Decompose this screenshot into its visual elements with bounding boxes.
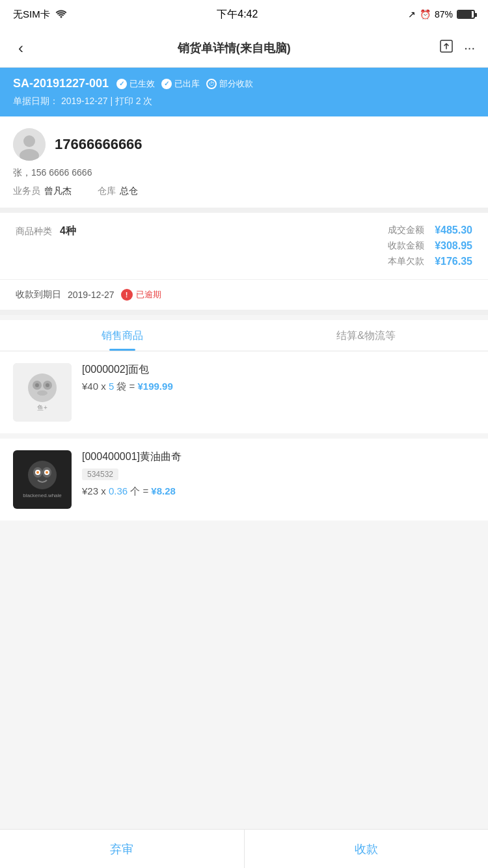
status-badges: ✓ 已生效 ✓ 已出库 ⏱ 部分收款	[116, 78, 253, 90]
warehouse-item: 仓库 总仓	[98, 185, 138, 197]
deal-amount-label: 成交金额	[388, 224, 424, 236]
header-date: 单据日期： 2019-12-27 | 打印 2 次	[13, 96, 475, 107]
confirm-button[interactable]: 收款	[245, 830, 489, 868]
svg-point-13	[28, 461, 57, 489]
product-thumbnail-2: blackened.whale	[13, 450, 72, 509]
product-info-1: [0000002]面包 ¥40 x 5 袋 = ¥199.99	[82, 363, 475, 393]
tab-products[interactable]: 销售商品	[0, 320, 244, 351]
page-title: 销货单详情(来自电脑)	[178, 40, 291, 56]
bottom-bar: 弃审 收款	[0, 829, 488, 868]
overdue-icon: !	[121, 289, 133, 301]
share-button[interactable]	[439, 39, 454, 57]
salesperson-label: 业务员	[13, 185, 40, 197]
overdue-badge: ! 已逾期	[121, 289, 161, 301]
customer-meta: 业务员 曾凡杰 仓库 总仓	[13, 185, 475, 197]
product-price-2: ¥23 x 0.36 个 = ¥8.28	[82, 485, 475, 498]
product-total-1: ¥199.99	[138, 381, 173, 392]
order-id: SA-20191227-001	[13, 77, 109, 90]
status-time: 下午4:42	[217, 8, 258, 21]
nav-bar: ‹ 销货单详情(来自电脑) ···	[0, 29, 488, 68]
product-total-2: ¥8.28	[151, 485, 176, 496]
header-top: SA-20191227-001 ✓ 已生效 ✓ 已出库 ⏱ 部分收款	[13, 77, 475, 90]
stats-right: 成交金额 ¥485.30 收款金额 ¥308.95 本单欠款 ¥176.35	[388, 224, 472, 267]
alarm-icon: ⏰	[420, 9, 431, 20]
battery-icon	[457, 10, 475, 19]
category-value: 4种	[60, 225, 76, 236]
svg-point-18	[36, 471, 39, 474]
back-button[interactable]: ‹	[13, 34, 29, 62]
product-name-1: [0000002]面包	[82, 363, 475, 377]
stats-left: 商品种类 4种	[16, 224, 76, 238]
customer-header: 17666666666	[13, 128, 475, 161]
badge-partial: ⏱ 部分收款	[206, 78, 253, 90]
warehouse-label: 仓库	[98, 185, 116, 197]
product-qty-1: 5	[109, 381, 114, 392]
overdue-text: 已逾期	[136, 289, 161, 301]
status-bar: 无SIM卡 下午4:42 ↗ ⏰ 87%	[0, 0, 488, 29]
location-icon: ↗	[408, 9, 416, 20]
product-thumbnail-1: 鱼+	[13, 363, 72, 422]
badge-shipped: ✓ 已出库	[161, 78, 200, 90]
salesperson-value: 曾凡杰	[44, 185, 72, 197]
deal-amount-row: 成交金额 ¥485.30	[388, 224, 472, 236]
badge-active: ✓ 已生效	[116, 78, 155, 90]
debt-row: 本单欠款 ¥176.35	[388, 256, 472, 267]
customer-section: 17666666666 张，156 6666 6666 业务员 曾凡杰 仓库 总…	[0, 116, 488, 208]
stats-section: 商品种类 4种 成交金额 ¥485.30 收款金额 ¥308.95 本单欠款 ¥…	[0, 213, 488, 279]
product-name-2: [000400001]黄油曲奇	[82, 450, 475, 464]
due-label: 收款到期日	[16, 289, 61, 301]
product-info-2: [000400001]黄油曲奇 534532 ¥23 x 0.36 个 = ¥8…	[82, 450, 475, 498]
customer-phone: 17666666666	[55, 136, 142, 153]
received-value: ¥308.95	[435, 240, 472, 252]
list-item: 鱼+ [0000002]面包 ¥40 x 5 袋 = ¥199.99	[0, 351, 488, 433]
received-label: 收款金额	[388, 240, 424, 252]
clock-icon: ⏱	[206, 79, 217, 89]
svg-point-8	[35, 383, 39, 387]
wifi-icon	[55, 9, 67, 20]
warehouse-value: 总仓	[120, 185, 138, 197]
product-price-1: ¥40 x 5 袋 = ¥199.99	[82, 381, 475, 393]
due-section: 收款到期日 2019-12-27 ! 已逾期	[0, 279, 488, 310]
category-label: 商品种类	[16, 226, 52, 236]
salesperson-item: 业务员 曾凡杰	[13, 185, 72, 197]
product-list: 鱼+ [0000002]面包 ¥40 x 5 袋 = ¥199.99	[0, 351, 488, 521]
debt-value: ¥176.35	[435, 256, 472, 267]
svg-point-2	[23, 135, 35, 147]
list-item: blackened.whale [000400001]黄油曲奇 534532 ¥…	[0, 439, 488, 521]
product-sku-2: 534532	[82, 468, 118, 480]
check-icon-1: ✓	[116, 79, 127, 89]
check-icon-2: ✓	[161, 79, 172, 89]
battery-percent: 87%	[435, 9, 453, 20]
avatar	[13, 128, 46, 161]
tab-settlement[interactable]: 结算&物流等	[244, 320, 488, 351]
svg-point-10	[37, 390, 47, 396]
divider-1	[0, 208, 488, 213]
svg-point-5	[28, 373, 57, 402]
received-row: 收款金额 ¥308.95	[388, 240, 472, 252]
svg-point-9	[46, 383, 49, 387]
due-date: 2019-12-27	[68, 290, 115, 300]
svg-text:blackened.whale: blackened.whale	[23, 493, 62, 498]
more-button[interactable]: ···	[464, 40, 475, 55]
divider-2	[0, 310, 488, 315]
tab-section: 销售商品 结算&物流等 鱼+ [000	[0, 315, 488, 521]
header-banner: SA-20191227-001 ✓ 已生效 ✓ 已出库 ⏱ 部分收款 单据日期：…	[0, 68, 488, 116]
debt-label: 本单欠款	[388, 256, 424, 267]
nav-actions: ···	[439, 39, 475, 57]
tabs: 销售商品 结算&物流等	[0, 320, 488, 351]
status-left: 无SIM卡	[13, 8, 67, 21]
customer-sub: 张，156 6666 6666	[13, 167, 475, 179]
product-qty-2: 0.36	[109, 485, 128, 496]
carrier-text: 无SIM卡	[13, 8, 50, 21]
status-right: ↗ ⏰ 87%	[408, 9, 475, 20]
svg-point-19	[46, 471, 48, 474]
svg-text:鱼+: 鱼+	[37, 404, 47, 411]
deal-amount-value: ¥485.30	[435, 224, 472, 236]
cancel-button[interactable]: 弃审	[0, 830, 245, 868]
